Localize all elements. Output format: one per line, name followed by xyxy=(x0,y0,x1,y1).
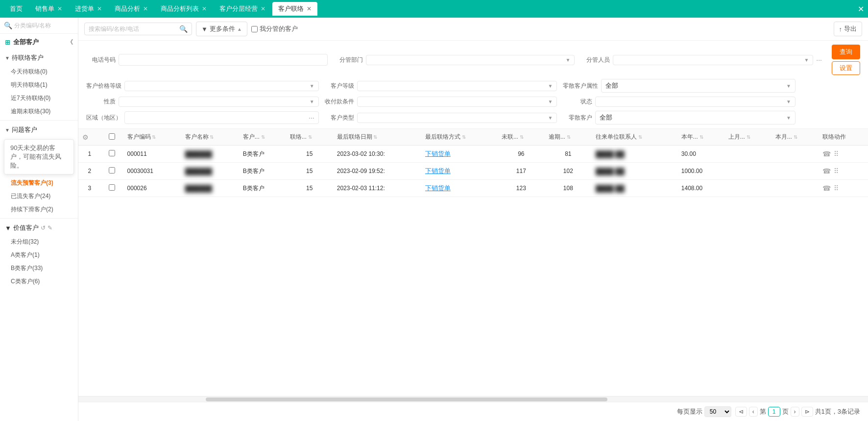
dept-select[interactable]: ▼ xyxy=(366,55,575,65)
price-grade-label: 客户价格等级 xyxy=(86,82,121,90)
sidebar-all-customers[interactable]: ⊞ 全部客户 《 xyxy=(0,34,78,50)
person-select[interactable]: ▼ xyxy=(613,55,813,65)
sidebar-item-unclassified[interactable]: 未分组(32) xyxy=(0,235,78,248)
th-last-date[interactable]: 最后联络日期 xyxy=(333,129,421,146)
more-conditions-button[interactable]: ▼ 更多条件 ▲ xyxy=(196,22,247,36)
sidebar-group-value-header[interactable]: ▼ 价值客户 ↺ ✎ xyxy=(0,221,78,235)
close-window-icon[interactable]: ✕ xyxy=(858,4,864,14)
close-tab-purchase[interactable]: ✕ xyxy=(97,5,102,12)
edit-icon[interactable]: ✎ xyxy=(48,224,52,231)
th-contacts[interactable]: 联络... xyxy=(286,129,333,146)
last-page-button[interactable]: ⊳ xyxy=(801,407,813,417)
close-tab-customer-contact[interactable]: ✕ xyxy=(307,5,312,12)
scrollbar-thumb[interactable] xyxy=(206,397,607,401)
nav-tab-purchase[interactable]: 进货单 ✕ xyxy=(69,2,108,16)
row-this-month xyxy=(772,146,819,163)
row-checkbox[interactable] xyxy=(109,150,115,156)
more-dots-1[interactable]: ··· xyxy=(816,56,822,64)
settings-button[interactable]: 设置 xyxy=(832,61,860,75)
filter-search-input[interactable] xyxy=(89,25,177,32)
sidebar-item-churned[interactable]: 已流失客户(24) xyxy=(0,190,78,203)
sidebar-item-class-b[interactable]: B类客户(33) xyxy=(0,262,78,275)
region-select[interactable]: ··· xyxy=(124,111,319,124)
sidebar-item-class-c[interactable]: C类客户(6) xyxy=(0,275,78,288)
th-this-year[interactable]: 本年... xyxy=(677,129,724,146)
page-size-dropdown[interactable]: 50 100 200 xyxy=(704,406,731,417)
close-tab-product-analysis[interactable]: ✕ xyxy=(143,5,148,12)
th-no-contact[interactable]: 未联... xyxy=(498,129,545,146)
th-type[interactable]: 客户... xyxy=(239,129,286,146)
row-index: 1 xyxy=(78,146,101,163)
current-page[interactable]: 1 xyxy=(768,407,780,417)
next-page-button[interactable]: › xyxy=(791,407,799,417)
sidebar-item-churn-warning[interactable]: 流失预警客户(3) xyxy=(0,176,78,190)
sidebar-item-tomorrow[interactable]: 明天待联络(1) xyxy=(0,78,78,92)
sidebar-item-today[interactable]: 今天待联络(0) xyxy=(0,65,78,78)
payment-select[interactable]: ▼ xyxy=(357,97,557,107)
horizontal-scrollbar[interactable] xyxy=(78,396,868,402)
th-overdue[interactable]: 逾期... xyxy=(545,129,592,146)
th-last-method[interactable]: 最后联络方式 xyxy=(421,129,498,146)
nav-tab-customer-contact[interactable]: 客户联络 ✕ xyxy=(272,2,317,16)
sidebar-item-class-a[interactable]: A类客户(1) xyxy=(0,248,78,262)
customer-grade-select[interactable]: ▼ xyxy=(357,81,557,91)
export-button[interactable]: ↑ 导出 xyxy=(834,22,863,36)
gear-settings-icon[interactable]: ⚙ xyxy=(82,133,89,141)
more-actions-icon[interactable]: ⠿ xyxy=(834,150,839,158)
filter-search-icon[interactable]: 🔍 xyxy=(179,25,188,33)
contact-icon[interactable]: ☎ xyxy=(822,150,831,158)
th-unit-contacts[interactable]: 往来单位联系人 xyxy=(592,129,677,146)
collapse-sidebar-icon[interactable]: 《 xyxy=(67,38,73,47)
contact-icon[interactable]: ☎ xyxy=(822,184,831,192)
row-this-year: 1408.00 xyxy=(677,180,724,197)
close-tab-sales[interactable]: ✕ xyxy=(57,5,62,12)
sidebar-search-input[interactable] xyxy=(14,22,78,29)
nav-tab-customer-tier[interactable]: 客户分层经营 ✕ xyxy=(214,2,271,16)
row-overdue: 81 xyxy=(545,146,592,163)
row-index: 3 xyxy=(78,180,101,197)
zero-attr-select[interactable]: 全部 ▼ xyxy=(601,79,796,93)
th-this-month[interactable]: 本月... xyxy=(772,129,819,146)
sidebar-item-overdue[interactable]: 逾期未联络(30) xyxy=(0,105,78,118)
more-actions-icon[interactable]: ⠿ xyxy=(834,167,839,175)
row-this-year: 1000.00 xyxy=(677,163,724,180)
sidebar-item-declining[interactable]: 持续下滑客户(2) xyxy=(0,203,78,216)
sidebar-group-problem-header[interactable]: ▼ 问题客户 xyxy=(0,123,78,137)
phone-input[interactable] xyxy=(119,54,328,66)
sidebar-group-pending: ▼ 待联络客户 今天待联络(0) 明天待联络(1) 近7天待联络(0) 逾期未联… xyxy=(0,50,78,118)
my-customers-checkbox-label[interactable]: 我分管的客户 xyxy=(251,25,298,33)
nature-select[interactable]: ▼ xyxy=(119,97,319,107)
row-checkbox[interactable] xyxy=(109,184,115,191)
th-name[interactable]: 客户名称 xyxy=(181,129,239,146)
first-page-button[interactable]: ⊲ xyxy=(735,407,747,417)
nav-home[interactable]: 首页 xyxy=(4,4,28,13)
my-customers-checkbox[interactable] xyxy=(251,26,258,32)
th-last-month[interactable]: 上月... xyxy=(724,129,772,146)
sidebar-item-week[interactable]: 近7天待联络(0) xyxy=(0,92,78,105)
select-all-checkbox[interactable] xyxy=(109,133,115,140)
nav-tab-product-list[interactable]: 商品分析列表 ✕ xyxy=(155,2,213,16)
chevron-down-icon: ▲ xyxy=(237,26,242,32)
th-code[interactable]: 客户编码 xyxy=(123,129,181,146)
region-dots[interactable]: ··· xyxy=(309,114,314,122)
zero-customer-select[interactable]: 全部 ▼ xyxy=(595,111,796,124)
customer-type-select[interactable]: ▼ xyxy=(357,113,557,123)
refresh-icon[interactable]: ↺ xyxy=(41,224,46,231)
query-button[interactable]: 查询 xyxy=(832,45,860,59)
nav-tab-product-analysis[interactable]: 商品分析 ✕ xyxy=(109,2,154,16)
nav-tab-sales[interactable]: 销售单 ✕ xyxy=(29,2,68,16)
close-tab-customer-tier[interactable]: ✕ xyxy=(261,5,265,12)
more-actions-icon[interactable]: ⠿ xyxy=(834,184,839,192)
price-grade-select[interactable]: ▼ xyxy=(124,81,319,91)
close-tab-product-list[interactable]: ✕ xyxy=(202,5,207,12)
method-link[interactable]: 下销货单 xyxy=(425,167,451,174)
contact-icon[interactable]: ☎ xyxy=(822,167,831,175)
status-select[interactable]: ▼ xyxy=(595,97,796,107)
sidebar-group-pending-header[interactable]: ▼ 待联络客户 xyxy=(0,50,78,65)
method-link[interactable]: 下销货单 xyxy=(425,150,451,157)
export-icon: ↑ xyxy=(839,25,843,33)
row-checkbox[interactable] xyxy=(109,167,115,173)
method-link[interactable]: 下销货单 xyxy=(425,184,451,192)
adv-filter-row-4: 区域（地区） ··· 客户类型 ▼ 零散 xyxy=(86,111,860,124)
prev-page-button[interactable]: ‹ xyxy=(749,407,758,417)
